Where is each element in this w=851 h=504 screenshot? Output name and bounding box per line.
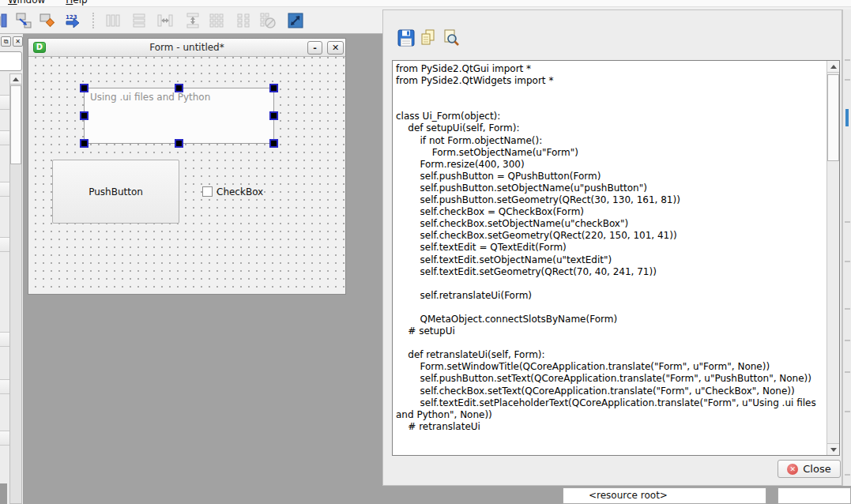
selection-handle-bottom-mid[interactable]	[175, 139, 183, 148]
code-line: Form.resize(400, 300)	[396, 159, 825, 171]
close-button[interactable]: ✕ Close	[778, 460, 841, 478]
code-line: self.checkBox.setGeometry(QRect(220, 150…	[396, 230, 825, 242]
checkbox-box[interactable]	[202, 186, 213, 197]
code-view[interactable]: from PySide2.QtGui import *from PySide2.…	[392, 60, 840, 456]
widget-box-scrollbar[interactable]	[9, 73, 22, 504]
copy-icon[interactable]	[420, 29, 437, 47]
designer-form-icon: D	[33, 42, 46, 53]
strip-dash	[845, 261, 850, 262]
dock-close-icon[interactable]: ✕	[13, 36, 23, 47]
layout-horizontal-splitter-icon[interactable]	[155, 10, 175, 31]
code-line: # setupUi	[396, 325, 825, 337]
code-line: from PySide2.QtWidgets import *	[396, 75, 825, 87]
code-line: if not Form.objectName():	[396, 135, 825, 147]
form-editor-window: D Form - untitled* - ✕ Using .ui files a…	[28, 38, 346, 295]
scroll-down-icon[interactable]	[827, 443, 840, 455]
checkbox-label: CheckBox	[217, 186, 263, 197]
code-line: self.textEdit = QTextEdit(Form)	[396, 242, 825, 254]
selection-handle-top-mid[interactable]	[175, 84, 183, 92]
widget-box-row[interactable]	[0, 95, 9, 110]
selection-handle-top-right[interactable]	[269, 84, 278, 92]
code-text: from PySide2.QtGui import *from PySide2.…	[396, 63, 825, 433]
code-line: self.checkBox.setObjectName(u"checkBox")	[396, 218, 825, 230]
code-line: self.textEdit.setObjectName(u"textEdit")	[396, 254, 825, 266]
pushbutton-widget[interactable]: PushButton	[52, 160, 179, 224]
code-line: self.checkBox.setText(QCoreApplication.t…	[396, 386, 825, 397]
strip-dash	[845, 59, 850, 61]
widget-box-row[interactable]	[0, 379, 9, 394]
scrollbar-thumb[interactable]	[827, 74, 839, 161]
code-line: Form.setObjectName(u"Form")	[396, 147, 825, 159]
code-line: def setupUi(self, Form):	[396, 122, 825, 134]
menu-window[interactable]: Window	[8, 0, 45, 6]
code-line: self.textEdit.setPlaceholderText(QCoreAp…	[396, 397, 825, 409]
code-line: self.textEdit.setGeometry(QRect(70, 40, …	[396, 266, 825, 278]
code-line: self.pushButton = QPushButton(Form)	[396, 171, 825, 182]
selection-handle-mid-left[interactable]	[80, 111, 88, 120]
code-line: QMetaObject.connectSlotsByName(Form)	[396, 314, 825, 325]
textedit-widget[interactable]: Using .ui files and Python	[84, 88, 274, 144]
close-window-button[interactable]: ✕	[327, 41, 344, 55]
layout-form-icon[interactable]	[233, 10, 254, 31]
toolbar-separator	[92, 13, 94, 28]
edit-buddies-icon[interactable]	[37, 10, 58, 31]
code-line	[396, 278, 825, 290]
widget-box-row[interactable]	[0, 237, 9, 252]
strip-dash	[845, 411, 850, 412]
strip-dash	[845, 371, 850, 373]
code-line: class Ui_Form(object):	[396, 111, 825, 122]
right-panel-edge	[842, 9, 851, 486]
strip-dash	[845, 340, 850, 341]
code-line: # retranslateUi	[396, 421, 825, 433]
form-window-titlebar[interactable]: D Form - untitled* - ✕	[28, 39, 345, 57]
code-line: self.pushButton.setText(QCoreApplication…	[396, 373, 825, 385]
widget-filter-input[interactable]	[0, 51, 22, 71]
dock-resize-corner	[0, 483, 7, 504]
form-window-title: Form - untitled*	[28, 42, 345, 53]
dock-float-icon[interactable]: ⧉	[1, 36, 11, 47]
pushbutton-label: PushButton	[88, 186, 143, 197]
form-canvas[interactable]: Using .ui files and Python PushButton Ch…	[28, 57, 345, 294]
scroll-up-icon[interactable]	[827, 61, 840, 73]
scroll-up-icon[interactable]	[10, 74, 21, 85]
menu-bar: Window Help	[0, 0, 851, 7]
adjust-size-icon[interactable]	[285, 10, 306, 31]
checkbox-widget[interactable]: CheckBox	[202, 175, 282, 208]
layout-vertically-icon[interactable]	[129, 10, 149, 31]
break-layout-icon[interactable]	[258, 10, 278, 31]
code-line	[396, 99, 825, 111]
strip-dash	[845, 308, 850, 310]
code-line: self.checkBox = QCheckBox(Form)	[396, 206, 825, 218]
code-line: and Python", None))	[396, 409, 825, 421]
edit-tab-order-icon[interactable]: 123	[62, 10, 83, 31]
widget-box-row[interactable]	[0, 431, 9, 446]
code-preview-dialog: from PySide2.QtGui import *from PySide2.…	[382, 9, 842, 486]
strip-dash	[845, 79, 850, 81]
selection-handle-bottom-left[interactable]	[80, 139, 88, 148]
layout-grid-icon[interactable]	[206, 10, 227, 31]
widget-box-row[interactable]	[0, 130, 9, 145]
code-line	[396, 302, 825, 314]
code-scrollbar[interactable]	[827, 61, 839, 455]
scrollbar-thumb[interactable]	[10, 85, 21, 164]
widget-box-row[interactable]	[0, 182, 9, 197]
widget-box-row[interactable]	[0, 332, 9, 347]
edit-widgets-icon[interactable]	[0, 10, 11, 31]
save-icon[interactable]	[397, 29, 415, 47]
strip-selection-mark	[845, 109, 849, 126]
resource-detail-panel[interactable]	[778, 487, 851, 504]
minimize-button[interactable]: -	[307, 41, 322, 55]
layout-horizontally-icon[interactable]	[103, 10, 123, 31]
edit-signals-slots-icon[interactable]	[13, 10, 34, 31]
code-line: def retranslateUi(self, Form):	[396, 349, 825, 361]
layout-vertical-splitter-icon[interactable]	[183, 10, 203, 31]
close-button-label: Close	[803, 463, 830, 475]
code-line	[396, 87, 825, 99]
resource-browser-panel[interactable]: <resource root>	[563, 487, 766, 504]
strip-dash	[845, 474, 850, 476]
menu-help[interactable]: Help	[66, 0, 87, 6]
find-icon[interactable]	[442, 29, 460, 47]
selection-handle-bottom-right[interactable]	[269, 139, 278, 148]
selection-handle-mid-right[interactable]	[269, 111, 278, 120]
selection-handle-top-left[interactable]	[80, 84, 88, 92]
